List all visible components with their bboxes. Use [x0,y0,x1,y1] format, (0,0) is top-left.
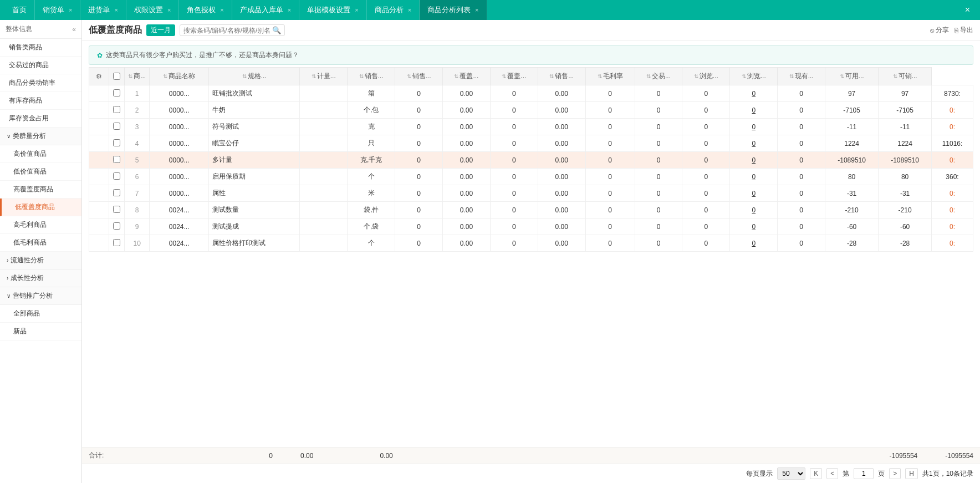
col-name[interactable]: ⇅商品名称 [150,68,209,85]
sidebar-item-high-coverage[interactable]: 高覆盖度商品 [0,181,81,199]
nav-tab-roles[interactable]: 角色授权 × [179,0,232,20]
cell-settings[interactable] [89,202,109,218]
cell-settings[interactable] [89,102,109,119]
nav-tab-sales-close[interactable]: × [69,7,72,13]
nav-tab-roles-close[interactable]: × [220,7,223,13]
cell-checkbox[interactable] [109,152,125,169]
views1-link[interactable]: 0 [752,206,756,214]
views1-link[interactable]: 0 [752,140,756,148]
cell-settings[interactable] [89,135,109,152]
cell-views1[interactable]: 0 [730,135,778,152]
sidebar-section-circulation[interactable]: › 流通性分析 [0,252,81,270]
row-checkbox[interactable] [113,123,120,130]
col-spec[interactable]: ⇅规格... [209,68,300,85]
col-trade[interactable]: ⇅交易... [635,68,682,85]
cell-checkbox[interactable] [109,85,125,102]
export-button[interactable]: ⎘ 导出 [955,26,973,35]
views1-link[interactable]: 0 [752,190,756,197]
col-settings[interactable]: ⚙ [89,68,109,85]
cell-settings[interactable] [89,152,109,169]
nav-tab-template-close[interactable]: × [355,7,358,13]
cell-settings[interactable] [89,119,109,135]
row-checkbox[interactable] [113,206,120,213]
sidebar-item-all-goods[interactable]: 全部商品 [0,305,81,323]
select-all-checkbox[interactable] [113,73,120,80]
sidebar-item-low-value[interactable]: 低价值商品 [0,163,81,181]
cell-settings[interactable] [89,185,109,202]
row-checkbox[interactable] [113,222,120,230]
sidebar-item-high-margin[interactable]: 高毛利商品 [0,216,81,234]
row-checkbox[interactable] [113,239,120,246]
cell-checkbox[interactable] [109,102,125,119]
cell-views1[interactable]: 0 [730,169,778,185]
nav-tab-purchase[interactable]: 进货单 × [80,0,126,20]
nav-tab-purchase-close[interactable]: × [114,7,118,13]
sidebar-item-category-rate[interactable]: 商品分类动销率 [0,74,81,92]
share-button[interactable]: ⎋ 分享 [930,26,949,35]
cell-settings[interactable] [89,218,109,235]
sidebar-item-low-coverage[interactable]: 低覆盖度商品 [0,199,81,216]
col-sales-qty[interactable]: ⇅销售... [348,68,395,85]
col-coverage2[interactable]: ⇅覆盖... [490,68,538,85]
col-views2[interactable]: ⇅浏览... [730,68,778,85]
window-close-button[interactable]: × [959,5,976,15]
nav-tab-analysis-close[interactable]: × [408,7,411,13]
nav-tab-analysis[interactable]: 商品分析 × [367,0,420,20]
time-filter-button[interactable]: 近一月 [146,24,175,36]
cell-checkbox[interactable] [109,218,125,235]
search-icon[interactable]: 🔍 [272,26,281,34]
page-size-select[interactable]: 50 100 200 [777,467,805,480]
cell-settings[interactable] [89,85,109,102]
nav-tab-inventory-close[interactable]: × [288,7,291,13]
cell-views1[interactable]: 0 [730,119,778,135]
nav-tab-analysis-list[interactable]: 商品分析列表 × [420,0,487,20]
views1-link[interactable]: 0 [752,173,756,181]
views1-link[interactable]: 0 [752,106,756,114]
search-input[interactable] [183,27,272,34]
row-checkbox[interactable] [113,106,120,113]
col-saleable[interactable]: ⇅可销... [879,68,932,85]
col-current-stock[interactable]: ⇅现有... [778,68,825,85]
cell-checkbox[interactable] [109,169,125,185]
cell-views1[interactable]: 0 [730,102,778,119]
cell-settings[interactable] [89,235,109,252]
cell-checkbox[interactable] [109,235,125,252]
cell-views1[interactable]: 0 [730,202,778,218]
col-available-stock[interactable]: ⇅可用... [825,68,879,85]
sidebar-item-stocked-goods[interactable]: 有库存商品 [0,92,81,110]
views1-link[interactable]: 0 [752,240,756,247]
col-checkbox[interactable] [109,68,125,85]
col-code[interactable]: ⇅商... [125,68,150,85]
views1-link[interactable]: 0 [752,223,756,231]
col-gross-margin[interactable]: ⇅毛利率 [585,68,635,85]
col-sales-amt[interactable]: ⇅销售... [395,68,443,85]
sidebar-item-traded-goods[interactable]: 交易过的商品 [0,57,81,74]
nav-tab-sales[interactable]: 销货单 × [35,0,80,20]
first-page-button[interactable]: K [810,468,822,479]
nav-tab-analysis-list-close[interactable]: × [475,7,478,13]
nav-tab-permissions[interactable]: 权限设置 × [126,0,179,20]
current-page-input[interactable] [854,468,874,479]
sidebar-item-high-value[interactable]: 高价值商品 [0,145,81,163]
cell-checkbox[interactable] [109,135,125,152]
cell-checkbox[interactable] [109,185,125,202]
row-checkbox[interactable] [113,172,120,180]
cell-views1[interactable]: 0 [730,218,778,235]
sidebar-item-new-goods[interactable]: 新品 [0,323,81,340]
sidebar-item-stock-capital[interactable]: 库存资金占用 [0,110,81,128]
col-coverage1[interactable]: ⇅覆盖... [442,68,490,85]
views1-link[interactable]: 0 [752,90,756,98]
sidebar-section-quantity[interactable]: ∨ 类群量分析 [0,128,81,145]
prev-page-button[interactable]: < [826,468,838,479]
cell-views1[interactable]: 0 [730,235,778,252]
nav-tab-template[interactable]: 单据模板设置 × [299,0,366,20]
cell-views1[interactable]: 0 [730,185,778,202]
col-sales-val[interactable]: ⇅销售... [538,68,585,85]
cell-checkbox[interactable] [109,119,125,135]
sidebar-item-low-margin[interactable]: 低毛利商品 [0,234,81,252]
sidebar-collapse-button[interactable]: « [72,26,76,33]
row-checkbox[interactable] [113,189,120,196]
cell-settings[interactable] [89,169,109,185]
col-views1[interactable]: ⇅浏览... [682,68,730,85]
cell-views1[interactable]: 0 [730,152,778,169]
